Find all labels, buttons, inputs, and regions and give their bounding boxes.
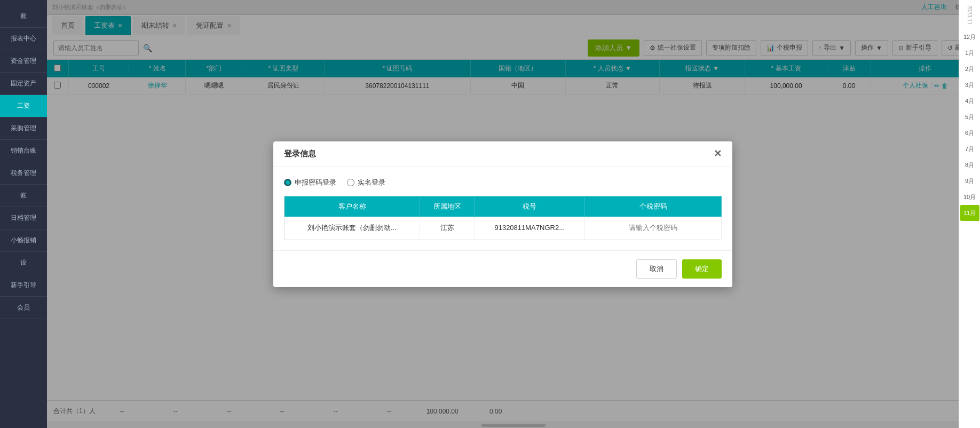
inner-col-password: 个税密码 bbox=[585, 196, 722, 217]
cell-region: 江苏 bbox=[420, 217, 475, 240]
login-type-radio-group: 申报密码登录 实名登录 bbox=[284, 178, 722, 187]
modal-close-button[interactable]: ✕ bbox=[714, 149, 722, 158]
sidebar-item-tax[interactable]: 税务管理 bbox=[0, 162, 47, 185]
sidebar-item-settings[interactable]: 设 bbox=[0, 252, 47, 274]
modal-header: 登录信息 ✕ bbox=[273, 141, 732, 167]
sidebar: 账 报表中心 资金管理 固定资产 工资 采购管理 销销台账 税务管理 账 日档管… bbox=[0, 0, 47, 428]
confirm-button[interactable]: 确定 bbox=[682, 259, 722, 279]
modal-title: 登录信息 bbox=[284, 149, 316, 159]
cancel-button[interactable]: 取消 bbox=[636, 259, 677, 279]
cal-month-11[interactable]: 11月 bbox=[960, 205, 979, 221]
sidebar-item-sales[interactable]: 销销台账 bbox=[0, 140, 47, 162]
cell-tax-number: 91320811MA7NGR2... bbox=[475, 217, 585, 240]
cal-month-1[interactable]: 1月 bbox=[960, 45, 979, 61]
cell-password[interactable] bbox=[585, 217, 722, 240]
sidebar-item-guide[interactable]: 新手引导 bbox=[0, 274, 47, 297]
sidebar-item-member[interactable]: 会员 bbox=[0, 297, 47, 319]
sidebar-item-salary[interactable]: 工资 bbox=[0, 95, 47, 117]
cal-month-8[interactable]: 8月 bbox=[960, 157, 979, 173]
cal-month-6[interactable]: 6月 bbox=[960, 125, 979, 141]
sidebar-item-asset[interactable]: 固定资产 bbox=[0, 73, 47, 95]
login-info-row: 刘小艳演示账套（勿删勿动... 江苏 91320811MA7NGR2... bbox=[284, 217, 722, 240]
cal-month-5[interactable]: 5月 bbox=[960, 109, 979, 125]
sidebar-item-ledger[interactable]: 账 bbox=[0, 185, 47, 207]
sidebar-item-fund[interactable]: 资金管理 bbox=[0, 50, 47, 73]
cal-month-10[interactable]: 10月 bbox=[960, 189, 979, 205]
sidebar-item-purchase[interactable]: 采购管理 bbox=[0, 117, 47, 140]
cal-month-12[interactable]: 12月 bbox=[960, 29, 979, 45]
sidebar-item-zhang[interactable]: 账 bbox=[0, 5, 47, 28]
login-info-modal: 登录信息 ✕ 申报密码登录 实名登录 客户名称 所属地区 bbox=[273, 141, 732, 287]
login-info-table: 客户名称 所属地区 税号 个税密码 刘小艳演示账套（勿删勿动... 江苏 913… bbox=[284, 196, 722, 240]
radio-password-login[interactable]: 申报密码登录 bbox=[284, 178, 336, 187]
calendar-panel: 2023.11 12月 1月 2月 3月 4月 5月 6月 7月 8月 9月 1… bbox=[959, 0, 980, 428]
modal-body: 申报密码登录 实名登录 客户名称 所属地区 税号 个税密码 bbox=[273, 167, 732, 250]
cal-month-3[interactable]: 3月 bbox=[960, 77, 979, 93]
cal-month-4[interactable]: 4月 bbox=[960, 93, 979, 109]
cal-month-2[interactable]: 2月 bbox=[960, 61, 979, 77]
inner-col-tax-number: 税号 bbox=[475, 196, 585, 217]
cal-month-9[interactable]: 9月 bbox=[960, 173, 979, 189]
tax-password-input[interactable] bbox=[591, 224, 715, 232]
inner-col-region: 所属地区 bbox=[420, 196, 475, 217]
modal-footer: 取消 确定 bbox=[273, 250, 732, 287]
sidebar-item-expense[interactable]: 小畅报销 bbox=[0, 229, 47, 252]
cell-client-name: 刘小艳演示账套（勿删勿动... bbox=[284, 217, 420, 240]
radio-realname-login[interactable]: 实名登录 bbox=[347, 178, 385, 187]
cal-month-7[interactable]: 7月 bbox=[960, 141, 979, 157]
sidebar-item-report[interactable]: 报表中心 bbox=[0, 28, 47, 50]
inner-col-name: 客户名称 bbox=[284, 196, 420, 217]
modal-overlay: 登录信息 ✕ 申报密码登录 实名登录 客户名称 所属地区 bbox=[47, 0, 959, 428]
calendar-year: 2023.11 bbox=[967, 5, 973, 25]
sidebar-item-archive[interactable]: 日档管理 bbox=[0, 207, 47, 229]
